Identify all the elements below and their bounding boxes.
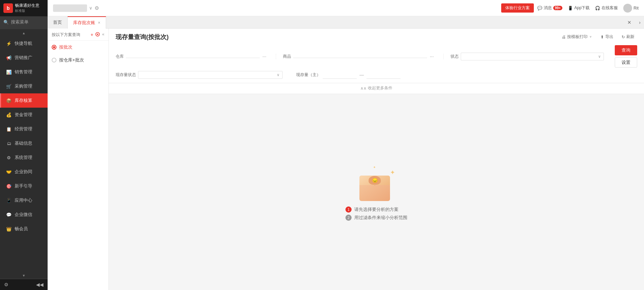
sidebar-item-operations[interactable]: 📋 经营管理 bbox=[0, 122, 48, 136]
sidebar: b 畅康通好生意 标准版 🔍 搜索菜单 ▲ ⚡ 快捷导航 📢 营销推广 📊 销售… bbox=[0, 0, 48, 290]
system-icon: ⚙ bbox=[6, 155, 12, 161]
topbar-right: 💬 消息 99+ 📱 App下载 🎧 在线客服 Rit bbox=[537, 4, 639, 13]
product-more-btn[interactable]: ··· bbox=[430, 54, 434, 59]
panel-collapse-btn[interactable]: « bbox=[102, 32, 104, 38]
filter-area: 仓库 ··· 商品 ··· 状态 bbox=[116, 45, 637, 83]
sidebar-item-sales[interactable]: 📊 销售管理 bbox=[0, 65, 48, 79]
member-icon: 👑 bbox=[6, 226, 12, 232]
settings-button[interactable]: 设置 bbox=[615, 57, 637, 68]
sidebar-nav: ⚡ 快捷导航 📢 营销推广 📊 销售管理 🛒 采购管理 📦 库存核算 💰 资金管… bbox=[0, 36, 48, 272]
sidebar-item-basic[interactable]: 🗂 基础信息 bbox=[0, 136, 48, 150]
left-panel: 按以下方案查询 + « 按批次 按仓库+批次 bbox=[48, 29, 109, 290]
print-dropdown-icon[interactable]: ▼ bbox=[589, 35, 592, 39]
app-title: 畅康通好生意 bbox=[15, 3, 39, 8]
sidebar-item-member[interactable]: 👑 畅会员 bbox=[0, 222, 48, 236]
sidebar-item-apps[interactable]: 📱 应用中心 bbox=[0, 193, 48, 207]
status-label: 状态 bbox=[451, 54, 459, 59]
scheme-settings-btn[interactable] bbox=[95, 32, 100, 38]
tabbar: 首页 库存批次账 × ✕ › bbox=[48, 16, 644, 29]
collapse-bar[interactable]: ∧∧ 收起更多条件 bbox=[109, 83, 644, 94]
svg-point-1 bbox=[97, 34, 98, 35]
settings-topbar-icon[interactable]: ⚙ bbox=[95, 5, 99, 11]
tab-more-btn[interactable]: › bbox=[635, 20, 644, 25]
finance-icon: 💰 bbox=[6, 112, 12, 118]
inventory-icon: 📦 bbox=[6, 97, 12, 104]
hint-num-1: 1 bbox=[345, 206, 352, 213]
sidebar-item-shortcut[interactable]: ⚡ 快捷导航 bbox=[0, 36, 48, 51]
app-logo: b bbox=[3, 3, 13, 13]
footer-settings-icon[interactable]: ⚙ bbox=[4, 282, 9, 287]
sidebar-item-inventory[interactable]: 📦 库存核算 bbox=[0, 93, 48, 108]
sidebar-item-finance[interactable]: 💰 资金管理 bbox=[0, 108, 48, 122]
messages-btn[interactable]: 💬 消息 99+ bbox=[537, 5, 562, 11]
service-icon: 🎧 bbox=[595, 6, 600, 11]
close-icon: ✕ bbox=[627, 20, 631, 25]
phone-icon: 📱 bbox=[568, 6, 573, 11]
query-button[interactable]: 查询 bbox=[615, 45, 637, 55]
apps-icon: 📱 bbox=[6, 197, 12, 203]
purchase-icon: 🛒 bbox=[6, 83, 12, 89]
scheme-by-warehouse-batch[interactable]: 按仓库+批次 bbox=[48, 54, 108, 67]
tab-inventory-batch[interactable]: 库存批次账 × bbox=[68, 16, 106, 29]
radio-by-warehouse-batch bbox=[52, 58, 56, 62]
export-btn[interactable]: ⬆ 导出 bbox=[598, 33, 616, 41]
inv-status-select[interactable]: ∨ bbox=[138, 71, 283, 79]
action-buttons: 查询 设置 bbox=[615, 45, 637, 68]
marketing-icon: 📢 bbox=[6, 55, 12, 61]
right-content: 现存量查询(按批次) 🖨 按模板打印 ▼ ⬆ 导出 ↻ bbox=[109, 29, 644, 290]
sidebar-item-purchase[interactable]: 🛒 采购管理 bbox=[0, 79, 48, 93]
hint-text-2: 用过滤条件来缩小分析范围 bbox=[354, 215, 407, 221]
basic-icon: 🗂 bbox=[6, 140, 12, 146]
newbie-icon: 🎯 bbox=[6, 183, 12, 189]
online-service-btn[interactable]: 🎧 在线客服 bbox=[595, 5, 618, 11]
page-header: 现存量查询(按批次) 🖨 按模板打印 ▼ ⬆ 导出 ↻ bbox=[109, 29, 644, 83]
operations-icon: 📋 bbox=[6, 126, 12, 132]
tab-home[interactable]: 首页 bbox=[48, 16, 68, 29]
inv-qty-from-input[interactable] bbox=[323, 71, 357, 79]
sidebar-item-wechat[interactable]: 💬 企业微信 bbox=[0, 207, 48, 222]
left-panel-title: 按以下方案查询 bbox=[52, 32, 80, 38]
search-menu[interactable]: 🔍 搜索菜单 bbox=[0, 16, 48, 28]
scroll-down-btn[interactable]: ▼ bbox=[0, 272, 48, 279]
inv-qty-to-input[interactable] bbox=[367, 71, 401, 79]
sidebar-header: b 畅康通好生意 标准版 bbox=[0, 0, 48, 16]
hint-text-1: 请先选择要分析的方案 bbox=[354, 206, 399, 213]
refresh-btn[interactable]: ↻ 刷新 bbox=[619, 33, 637, 41]
qty-dash: — bbox=[359, 72, 364, 77]
sidebar-item-marketing[interactable]: 📢 营销推广 bbox=[0, 51, 48, 65]
refresh-icon: ↻ bbox=[622, 35, 625, 39]
page-content: 按以下方案查询 + « 按批次 按仓库+批次 bbox=[48, 29, 644, 290]
topbar: ∨ ⚙ 体验行业方案 💬 消息 99+ 📱 App下载 🎧 在线客服 Rit bbox=[48, 0, 644, 16]
empty-hints: 1 请先选择要分析的方案 2 用过滤条件来缩小分析范围 bbox=[345, 206, 407, 221]
sidebar-item-system[interactable]: ⚙ 系统管理 bbox=[0, 150, 48, 165]
sidebar-item-enterprise[interactable]: 🤝 企业协同 bbox=[0, 165, 48, 179]
tab-close-icon[interactable]: × bbox=[98, 20, 100, 25]
warehouse-more-btn[interactable]: ··· bbox=[262, 54, 267, 59]
message-badge: 99+ bbox=[553, 6, 562, 10]
wechat-icon: 💬 bbox=[6, 212, 12, 218]
collapse-icon: ∧∧ bbox=[360, 86, 367, 91]
close-tab-right-btn[interactable]: ✕ bbox=[623, 20, 635, 25]
trial-button[interactable]: 体验行业方案 bbox=[501, 3, 534, 13]
print-btn[interactable]: 🖨 按模板打印 ▼ bbox=[559, 33, 595, 41]
shortcut-icon: ⚡ bbox=[6, 40, 12, 47]
topbar-breadcrumb: ∨ ⚙ bbox=[53, 4, 498, 12]
radio-by-batch bbox=[52, 45, 56, 50]
status-select[interactable]: ∨ bbox=[461, 53, 604, 60]
empty-illustration: 😞 ✦ ✦ bbox=[354, 164, 399, 201]
hint-item-1: 1 请先选择要分析的方案 bbox=[345, 206, 407, 213]
scroll-up-btn[interactable]: ▲ bbox=[0, 29, 48, 36]
user-menu[interactable]: Rit bbox=[623, 4, 639, 13]
sidebar-item-newbie[interactable]: 🎯 新手引导 bbox=[0, 179, 48, 193]
hint-num-2: 2 bbox=[345, 215, 352, 221]
app-download-btn[interactable]: 📱 App下载 bbox=[568, 5, 590, 11]
chevron-right-icon: › bbox=[639, 20, 641, 25]
add-scheme-btn[interactable]: + bbox=[90, 32, 93, 38]
inv-status-label: 现存量状态 bbox=[116, 72, 136, 78]
footer-collapse-icon[interactable]: ◀◀ bbox=[36, 282, 44, 287]
status-arrow-icon: ∨ bbox=[598, 54, 601, 59]
page-title: 现存量查询(按批次) bbox=[116, 33, 169, 41]
scheme-by-batch[interactable]: 按批次 bbox=[48, 41, 108, 54]
message-icon: 💬 bbox=[537, 6, 542, 11]
enterprise-icon: 🤝 bbox=[6, 169, 12, 175]
